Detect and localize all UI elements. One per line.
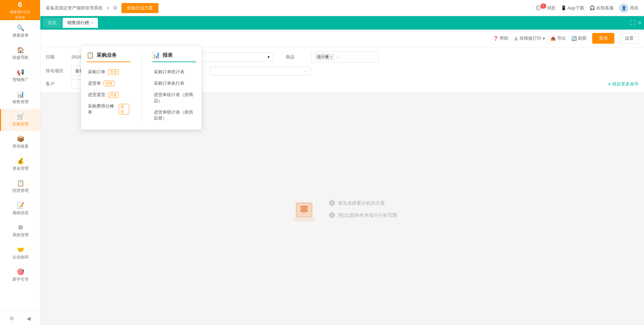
dropdown-item-label-inbound-supplier: 进货单统计表（按供应商） <box>154 109 195 121</box>
goods-filter-input[interactable]: 设计量 × ··· <box>311 51 379 63</box>
dropdown-item-purchase-cost[interactable]: 采购费用分摊单 历史 <box>86 100 131 118</box>
sidebar-collapse-btn[interactable]: ◀ <box>27 315 31 322</box>
refresh-icon: 🔄 <box>571 36 577 41</box>
title-dropdown-icon[interactable]: ▾ <box>107 6 109 10</box>
sidebar-item-sales[interactable]: 📊 销售管理 <box>0 87 40 109</box>
purchase-col-icon: 📋 <box>86 51 94 59</box>
refresh-btn[interactable]: 🔄 刷新 <box>571 35 587 41</box>
app-name: 畅捷通好生意 <box>10 10 30 14</box>
dropdown-item-label-purchase-order: 采购订单 <box>88 69 105 75</box>
inventory-icon: 📦 <box>17 135 24 143</box>
sidebar-item-guide[interactable]: 🎯 新手引导 <box>0 264 40 286</box>
help-btn[interactable]: ❓ 帮助 <box>493 35 508 41</box>
print-btn[interactable]: 🖨 按模板打印 ▾ <box>514 35 545 41</box>
sidebar-item-system[interactable]: ⚙ 系统管理 <box>0 220 40 242</box>
salesperson-filter-input[interactable]: ··· <box>210 67 311 76</box>
sidebar-item-quicknav[interactable]: 🏠 快捷导航 <box>0 42 40 65</box>
dropdown-purchase-col: 📋 采购业务 采购订单 历史 进货单 历史 进货退货 历史 采购费用分摊单 <box>86 51 131 124</box>
empty-step2: 用[过滤]条件来缩小分析范围 <box>338 210 397 220</box>
sidebar-footer: ⚙ ◀ <box>0 312 40 325</box>
dropdown-item-inbound-stat-goods[interactable]: 进货单统计表（按商品） <box>152 89 196 107</box>
dropdown-item-label-po-stat: 采购订单统计表 <box>154 69 184 75</box>
app-download-btn[interactable]: 📱 App下载 <box>561 5 584 11</box>
expand-icon[interactable]: ⛶ <box>630 20 636 26</box>
user-label: 用友 <box>630 5 639 11</box>
print-label: 按模板打印 <box>520 35 541 41</box>
dropdown-purchase-header: 📋 采购业务 <box>86 51 131 62</box>
sidebar-settings-btn[interactable]: ⚙ <box>9 315 14 322</box>
goods-filter-tag: 设计量 × <box>315 53 334 60</box>
sidebar-label-sales: 销售管理 <box>12 99 29 105</box>
settings-btn[interactable]: 设置 <box>620 33 639 44</box>
dropdown-item-purchase-order-stat[interactable]: 采购订单统计表 <box>152 66 196 78</box>
empty-illustration <box>287 196 321 222</box>
topbar-gear-icon[interactable]: ⚙ <box>113 5 117 11</box>
dropdown-item-purchase-return[interactable]: 进货退货 历史 <box>86 89 131 100</box>
salesperson-filter-dots[interactable]: ··· <box>303 69 307 74</box>
dropdown-item-purchase-order[interactable]: 采购订单 历史 <box>86 66 131 78</box>
history-badge-1[interactable]: 历史 <box>108 69 119 75</box>
message-btn[interactable]: 💬 5 消息 <box>536 5 556 11</box>
query-btn[interactable]: 查询 <box>592 33 614 44</box>
export-label: 导出 <box>557 35 566 41</box>
date-filter-label: 日期 <box>46 54 66 60</box>
sales-icon: 📊 <box>17 91 24 98</box>
sidebar-item-inventory[interactable]: 📦 库存核算 <box>0 131 40 153</box>
content-area: ❓ 帮助 🖨 按模板打印 ▾ 📤 导出 🔄 刷新 查询 设置 <box>40 30 644 325</box>
sidebar-item-marketing[interactable]: 📢 营销推广 <box>0 65 40 87</box>
sidebar-label-system: 系统管理 <box>12 232 29 238</box>
enterprise-icon: 🤝 <box>17 246 24 253</box>
dropdown-item-purchase-in[interactable]: 进货单 历史 <box>86 78 131 89</box>
system-title: 装备及固定资产辅助管理系统 <box>46 5 103 11</box>
history-badge-2[interactable]: 历史 <box>104 81 114 86</box>
dropdown-reports-col: 📊 报表 采购订单统计表 采购订单执行表 进货单统计表（按商品） 进货单统计表（… <box>152 51 196 124</box>
history-badge-4[interactable]: 历史 <box>119 104 129 115</box>
home-icon: 🏠 <box>17 46 24 54</box>
sidebar-item-operations[interactable]: 📋 经营管理 <box>0 175 40 198</box>
step-dot-1: 1 <box>329 200 335 206</box>
sidebar-label-operations: 经营管理 <box>12 188 29 194</box>
empty-step1: 请先选择要分析的方案 <box>338 198 385 208</box>
funds-icon: 💰 <box>17 157 24 165</box>
app-version: 标准版 <box>15 15 25 20</box>
svg-rect-5 <box>301 208 307 209</box>
print-arrow-icon: ▾ <box>543 36 545 41</box>
status-dropdown-icon: ▾ <box>267 54 270 59</box>
main-area: 装备及固定资产辅助管理系统 ▾ ⚙ 体验行业方案 💬 5 消息 📱 App下载 … <box>40 0 644 325</box>
sidebar-label-quicknav: 快捷导航 <box>12 55 29 60</box>
sidebar-item-enterprise[interactable]: 🤝 企业协同 <box>0 242 40 264</box>
sidebar-item-search[interactable]: 🔍 搜索菜单 <box>0 20 40 42</box>
reports-col-title: 报表 <box>163 52 173 58</box>
dropdown-item-purchase-order-exec[interactable]: 采购订单执行表 <box>152 78 196 89</box>
help-label: 帮助 <box>500 35 508 41</box>
service-btn[interactable]: 🎧 在线客服 <box>589 5 614 11</box>
search-icon: 🔍 <box>17 24 24 32</box>
purchase-icon: 🛒 <box>17 113 24 120</box>
user-btn[interactable]: 👤 用友 <box>619 3 639 13</box>
sidebar-item-purchase[interactable]: 🛒 采购管理 <box>0 109 40 131</box>
sidebar-label-basic: 基础信息 <box>12 210 29 216</box>
goods-filter-dots[interactable]: ··· <box>336 54 339 59</box>
help-icon: ❓ <box>493 36 498 41</box>
app-label: App下载 <box>568 5 584 11</box>
dropdown-reports-header: 📊 报表 <box>152 51 196 62</box>
customer-filter-label: 客户 <box>46 81 66 87</box>
guide-icon: 🎯 <box>17 268 24 276</box>
goods-tag-close[interactable]: × <box>330 55 332 59</box>
sidebar-item-funds[interactable]: 💰 资金管理 <box>0 153 40 175</box>
tab-close-icon[interactable]: × <box>91 21 93 25</box>
sidebar-label-search: 搜索菜单 <box>12 33 29 38</box>
message-label: 消息 <box>547 5 556 11</box>
dropdown-item-inbound-stat-supplier[interactable]: 进货单统计表（按供应商） <box>152 107 196 124</box>
sidebar-item-basic[interactable]: 📝 基础信息 <box>0 198 40 220</box>
message-badge: 5 <box>541 3 546 9</box>
tab-sales-rank[interactable]: 销售排行榜 × <box>63 18 98 28</box>
collapse-btn[interactable]: ∧ 收起更多条件 <box>608 81 639 87</box>
sidebar-label-enterprise: 企业协同 <box>12 254 29 260</box>
close-window-icon[interactable]: × <box>638 20 641 26</box>
history-badge-3[interactable]: 历史 <box>108 92 119 98</box>
export-btn[interactable]: 📤 导出 <box>550 35 566 41</box>
industry-btn[interactable]: 体验行业方案 <box>121 3 158 13</box>
tab-home[interactable]: 首页 <box>43 18 61 28</box>
avatar-icon: 👤 <box>621 6 627 10</box>
